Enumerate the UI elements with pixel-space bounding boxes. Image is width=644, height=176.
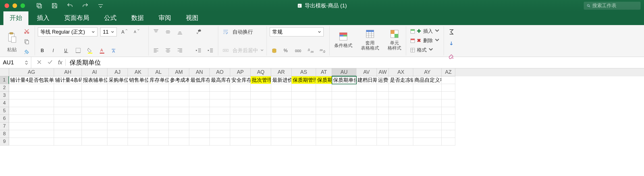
cell[interactable]: 商品自定义项 — [413, 76, 442, 84]
col-header-AX[interactable]: AX — [389, 68, 413, 76]
fx-label[interactable]: fx — [58, 59, 66, 66]
cell[interactable] — [128, 138, 148, 146]
cell[interactable] — [169, 130, 189, 138]
cell[interactable] — [251, 107, 271, 115]
col-header-AV[interactable]: AV — [356, 68, 377, 76]
cell[interactable] — [189, 138, 210, 146]
row-header[interactable]: 5 — [0, 107, 9, 115]
cell[interactable] — [332, 84, 356, 92]
cell[interactable] — [54, 84, 82, 92]
redo-icon[interactable] — [81, 1, 90, 10]
tab-页面布局[interactable]: 页面布局 — [58, 11, 95, 25]
align-left-icon[interactable] — [151, 46, 161, 55]
tab-插入[interactable]: 插入 — [31, 11, 56, 25]
cell[interactable] — [413, 84, 442, 92]
cell[interactable] — [82, 92, 107, 99]
cell[interactable] — [210, 115, 230, 122]
cell[interactable] — [128, 122, 148, 130]
clear-icon[interactable] — [447, 51, 456, 60]
cell[interactable] — [148, 84, 169, 92]
cell[interactable] — [442, 122, 455, 130]
confirm-formula-icon[interactable] — [47, 59, 53, 66]
format-button[interactable]: 格式 — [409, 46, 441, 54]
cell[interactable] — [413, 130, 442, 138]
qat-customize-icon[interactable] — [96, 1, 105, 10]
cell[interactable] — [271, 99, 292, 107]
cell[interactable] — [413, 138, 442, 146]
cell[interactable]: 辅计量4是否包装单位 — [9, 76, 54, 84]
table-format-button[interactable]: 套用 表格格式 — [359, 27, 381, 52]
cell[interactable] — [389, 92, 413, 99]
cell[interactable] — [271, 115, 292, 122]
cell[interactable] — [230, 122, 251, 130]
cell[interactable] — [210, 92, 230, 99]
col-header-AY[interactable]: AY — [413, 68, 442, 76]
cell[interactable] — [107, 99, 128, 107]
cell[interactable]: 辅计量4条码 — [54, 76, 82, 84]
row-header[interactable]: 8 — [0, 130, 9, 138]
fill-icon[interactable] — [447, 39, 456, 48]
cell[interactable] — [332, 92, 356, 99]
cell[interactable] — [82, 115, 107, 122]
cell[interactable] — [9, 92, 54, 99]
cell[interactable] — [292, 130, 316, 138]
cell[interactable] — [82, 130, 107, 138]
cell[interactable] — [54, 92, 82, 99]
conditional-format-button[interactable]: 条件格式 — [333, 30, 354, 49]
col-header-AM[interactable]: AM — [169, 68, 189, 76]
cell[interactable] — [442, 115, 455, 122]
cell[interactable] — [230, 115, 251, 122]
cell[interactable] — [189, 107, 210, 115]
cell[interactable]: 安全库存 — [230, 76, 251, 84]
cell[interactable] — [54, 138, 82, 146]
tab-公式[interactable]: 公式 — [98, 11, 123, 25]
cell[interactable] — [292, 92, 316, 99]
cell[interactable] — [316, 130, 332, 138]
cell[interactable]: 保质期 — [316, 76, 332, 84]
cell[interactable] — [413, 92, 442, 99]
cell[interactable] — [230, 107, 251, 115]
increase-decimal-icon[interactable]: .0.00 — [306, 46, 315, 55]
cell[interactable] — [128, 99, 148, 107]
col-header-AN[interactable]: AN — [189, 68, 210, 76]
cell[interactable] — [210, 84, 230, 92]
cell[interactable] — [251, 84, 271, 92]
cell[interactable] — [107, 138, 128, 146]
row-header[interactable]: 9 — [0, 138, 9, 146]
grid-rows[interactable]: 1辅计量4是否包装单位辅计量4条码报表辅单位采购单位销售单位库存单位参考成本最低… — [0, 76, 644, 146]
cell[interactable] — [107, 115, 128, 122]
cell[interactable] — [128, 115, 148, 122]
cell[interactable]: 参考成本 — [169, 76, 189, 84]
cell[interactable]: 保质期单位 — [332, 76, 356, 84]
cell[interactable] — [169, 84, 189, 92]
cell[interactable] — [316, 84, 332, 92]
cell[interactable] — [377, 99, 389, 107]
cell[interactable] — [377, 92, 389, 99]
cell[interactable]: 建档日期 — [356, 76, 377, 84]
save-copy-icon[interactable] — [35, 1, 44, 10]
cell[interactable] — [128, 107, 148, 115]
cell[interactable]: 采购单位 — [107, 76, 128, 84]
cell[interactable]: 保质期管理 — [292, 76, 316, 84]
cell[interactable] — [292, 122, 316, 130]
cell[interactable] — [9, 138, 54, 146]
cell[interactable] — [377, 107, 389, 115]
cell[interactable] — [332, 115, 356, 122]
col-header-AU[interactable]: AU — [332, 68, 356, 76]
cell[interactable] — [442, 130, 455, 138]
cell[interactable] — [82, 138, 107, 146]
align-top-icon[interactable] — [151, 27, 161, 36]
search-box[interactable] — [584, 2, 641, 10]
cell[interactable] — [210, 138, 230, 146]
cell[interactable] — [251, 138, 271, 146]
cell[interactable] — [169, 115, 189, 122]
cell[interactable] — [271, 107, 292, 115]
cell[interactable] — [230, 130, 251, 138]
cell[interactable] — [292, 107, 316, 115]
cell[interactable] — [292, 115, 316, 122]
cell[interactable] — [377, 115, 389, 122]
decrease-indent-icon[interactable] — [194, 46, 203, 55]
cell[interactable] — [82, 122, 107, 130]
col-header-AG[interactable]: AG — [9, 68, 54, 76]
font-color-icon[interactable]: A — [97, 46, 107, 55]
